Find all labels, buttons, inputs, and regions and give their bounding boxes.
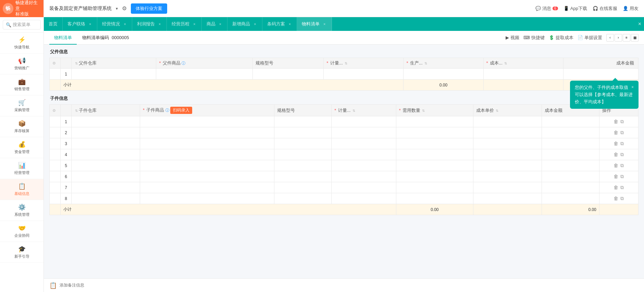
child-row5-spec[interactable] bbox=[274, 160, 332, 171]
child-wh-sort-icon[interactable]: ⇅ bbox=[75, 109, 78, 113]
child-row3-qty[interactable] bbox=[396, 138, 473, 149]
child-row4-qty[interactable] bbox=[396, 149, 473, 160]
sidebar-item-purchase[interactable]: 🛒 采购管理 bbox=[0, 95, 44, 116]
child-row8-ucost[interactable] bbox=[473, 193, 542, 204]
tab-bom[interactable]: 物料清单 × bbox=[297, 17, 332, 31]
grid-view-button[interactable]: ▦ bbox=[631, 34, 639, 42]
delete-row4-button[interactable]: 🗑 bbox=[614, 152, 618, 157]
video-button[interactable]: ▶ 视频 bbox=[506, 35, 519, 41]
child-row5-product[interactable] bbox=[140, 160, 274, 171]
delete-row3-button[interactable]: 🗑 bbox=[614, 141, 618, 147]
copy-row7-button[interactable]: ⧉ bbox=[620, 185, 624, 190]
th-sort-icon[interactable]: ⇅ bbox=[75, 61, 78, 65]
child-row4-warehouse[interactable] bbox=[72, 149, 140, 160]
copy-row8-button[interactable]: ⧉ bbox=[620, 196, 624, 201]
child-row7-warehouse[interactable] bbox=[72, 182, 140, 193]
child-row1-warehouse[interactable] bbox=[72, 116, 140, 127]
sidebar-item-guide[interactable]: 🎓 新手引导 bbox=[0, 242, 44, 263]
cost-sort-icon[interactable]: ⇅ bbox=[504, 61, 507, 65]
child-row5-unit[interactable] bbox=[332, 160, 396, 171]
delete-row5-button[interactable]: 🗑 bbox=[614, 163, 618, 168]
settings-gear-button[interactable]: ⚙ bbox=[122, 5, 127, 12]
parent-row-product[interactable] bbox=[156, 69, 253, 80]
child-row3-warehouse[interactable] bbox=[72, 138, 140, 149]
delete-row6-button[interactable]: 🗑 bbox=[614, 174, 618, 179]
tab-customer-close[interactable]: × bbox=[88, 22, 92, 26]
child-row1-spec[interactable] bbox=[274, 116, 332, 127]
sidebar-item-enterprise[interactable]: 🤝 企业协同 bbox=[0, 221, 44, 242]
child-row5-qty[interactable] bbox=[396, 160, 473, 171]
child-row7-ucost[interactable] bbox=[473, 182, 542, 193]
tab-home[interactable]: 首页 bbox=[44, 17, 63, 31]
sidebar-item-basic[interactable]: 📋 基础信息 bbox=[0, 179, 44, 200]
child-row8-unit[interactable] bbox=[332, 193, 396, 204]
child-row4-product[interactable] bbox=[140, 149, 274, 160]
child-row8-product[interactable] bbox=[140, 193, 274, 204]
child-row3-spec[interactable] bbox=[274, 138, 332, 149]
child-row4-ucost[interactable] bbox=[473, 149, 542, 160]
list-view-button[interactable]: ≡ bbox=[623, 34, 630, 42]
child-settings-col-icon[interactable]: ⚙ bbox=[52, 108, 56, 113]
tab-barcode-close[interactable]: × bbox=[288, 22, 292, 26]
prod-sort-icon[interactable]: ⇅ bbox=[424, 61, 427, 65]
child-row6-product[interactable] bbox=[140, 171, 274, 182]
next-button[interactable]: › bbox=[615, 34, 622, 42]
sidebar-item-quick[interactable]: ⚡ 快捷导航 bbox=[0, 33, 44, 54]
delete-row8-button[interactable]: 🗑 bbox=[614, 196, 618, 201]
tab-new-product-close[interactable]: × bbox=[253, 22, 257, 26]
child-row3-product[interactable] bbox=[140, 138, 274, 149]
tab-operations-close[interactable]: × bbox=[123, 22, 127, 26]
child-row5-warehouse[interactable] bbox=[72, 160, 140, 171]
system-dropdown-button[interactable]: ▾ bbox=[116, 6, 118, 11]
child-row6-ucost[interactable] bbox=[473, 171, 542, 182]
cost-button[interactable]: 💲 提取成本 bbox=[549, 35, 573, 41]
unit-sort-icon[interactable]: ⇅ bbox=[345, 61, 347, 65]
sidebar-item-operations[interactable]: 📊 经营管理 bbox=[0, 158, 44, 179]
message-button[interactable]: 💬 消息 6 bbox=[535, 5, 558, 12]
parent-row-unit[interactable] bbox=[324, 69, 404, 80]
sidebar-item-inventory[interactable]: 📦 库存核算 bbox=[0, 116, 44, 137]
child-qty-sort-icon[interactable]: ⇅ bbox=[422, 109, 425, 113]
child-row2-warehouse[interactable] bbox=[72, 127, 140, 138]
delete-row1-button[interactable]: 🗑 bbox=[614, 119, 618, 125]
tab-product[interactable]: 商品 × bbox=[202, 17, 227, 31]
copy-row6-button[interactable]: ⧉ bbox=[620, 174, 624, 179]
child-row3-unit[interactable] bbox=[332, 138, 396, 149]
child-row6-qty[interactable] bbox=[396, 171, 473, 182]
child-row1-qty[interactable] bbox=[396, 116, 473, 127]
child-row2-product[interactable] bbox=[140, 127, 274, 138]
search-menu-button[interactable]: 🔍 搜索菜单 bbox=[3, 20, 41, 30]
child-row2-unit[interactable] bbox=[332, 127, 396, 138]
trial-button[interactable]: 体验行业方案 bbox=[131, 3, 167, 14]
parent-row-warehouse[interactable] bbox=[72, 69, 156, 80]
sidebar-item-system[interactable]: ⚙️ 系统管理 bbox=[0, 200, 44, 221]
child-row7-qty[interactable] bbox=[396, 182, 473, 193]
parent-row-spec[interactable] bbox=[253, 69, 324, 80]
child-row2-ucost[interactable] bbox=[473, 127, 542, 138]
tooltip-close-button[interactable]: × bbox=[631, 84, 634, 91]
child-row1-product[interactable] bbox=[140, 116, 274, 127]
child-row8-spec[interactable] bbox=[274, 193, 332, 204]
sidebar-item-marketing[interactable]: 📢 营销推广 bbox=[0, 54, 44, 74]
delete-row7-button[interactable]: 🗑 bbox=[614, 185, 618, 190]
child-row3-ucost[interactable] bbox=[473, 138, 542, 149]
tab-profit-close[interactable]: × bbox=[158, 22, 162, 26]
child-row4-spec[interactable] bbox=[274, 149, 332, 160]
scan-input-button[interactable]: 扫码录入 bbox=[170, 107, 192, 114]
child-row7-spec[interactable] bbox=[274, 182, 332, 193]
copy-row3-button[interactable]: ⧉ bbox=[620, 141, 624, 147]
tab-customer[interactable]: 客户联络 × bbox=[63, 17, 97, 31]
delete-row2-button[interactable]: 🗑 bbox=[614, 130, 618, 136]
sub-tab-bom[interactable]: 物料清单 bbox=[49, 31, 77, 45]
child-row8-qty[interactable] bbox=[396, 193, 473, 204]
child-row4-unit[interactable] bbox=[332, 149, 396, 160]
tab-more-button[interactable]: × bbox=[635, 21, 644, 27]
tab-product-close[interactable]: × bbox=[218, 22, 222, 26]
child-product-help-icon[interactable]: ⓘ bbox=[165, 108, 169, 112]
copy-row4-button[interactable]: ⧉ bbox=[620, 152, 624, 157]
parent-product-help-icon[interactable]: ⓘ bbox=[182, 61, 185, 65]
parent-row-cost[interactable] bbox=[483, 69, 563, 80]
parent-row-production[interactable] bbox=[404, 69, 483, 80]
settings-col-icon[interactable]: ⚙ bbox=[52, 61, 56, 65]
child-row7-unit[interactable] bbox=[332, 182, 396, 193]
